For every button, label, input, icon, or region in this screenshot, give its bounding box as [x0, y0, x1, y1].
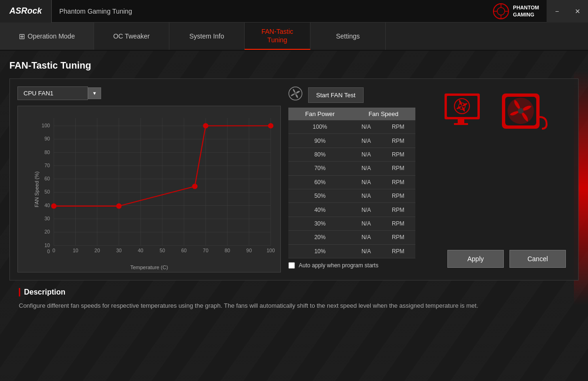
fan-unit-icon — [500, 91, 551, 133]
table-row: 40% N/A RPM — [288, 203, 415, 217]
description-title: Description — [19, 288, 569, 296]
app-title: Phantom Gaming Tuning — [59, 8, 493, 15]
nav-fan-tastic[interactable]: FAN-TasticTuning — [245, 23, 310, 50]
fan-tuning-panel: CPU FAN1 CPU FAN2 CHA FAN1 CHA FAN2 ▼ FA… — [9, 78, 579, 280]
svg-text:40: 40 — [44, 203, 50, 208]
phantom-branding: PHANTOM GAMING — [493, 3, 539, 20]
svg-text:30: 30 — [44, 216, 50, 221]
fan-power-cell: 80% — [288, 148, 351, 161]
minimize-button[interactable]: − — [547, 0, 567, 23]
fan-speed-cell: N/A — [351, 175, 381, 189]
nav-system-info[interactable]: System Info — [169, 23, 245, 50]
nav-settings[interactable]: Settings — [310, 23, 386, 50]
dropdown-arrow-icon[interactable]: ▼ — [88, 87, 101, 99]
phantom-logo-icon — [493, 3, 509, 20]
description-section: Description Configure different fan spee… — [9, 280, 579, 319]
fan-power-cell: 100% — [288, 120, 351, 134]
svg-point-1 — [497, 8, 505, 15]
table-row: 50% N/A RPM — [288, 189, 415, 202]
fan-unit-cell: RPM — [381, 203, 415, 217]
svg-rect-61 — [454, 123, 468, 125]
auto-apply-row: Auto apply when program starts — [288, 258, 415, 272]
nav-label-settings: Settings — [336, 32, 360, 40]
auto-apply-checkbox[interactable] — [288, 262, 295, 269]
nav-oc-tweaker[interactable]: OC Tweaker — [94, 23, 169, 50]
description-text: Configure different fan speeds for respe… — [19, 301, 569, 311]
fan-spin-icon — [288, 86, 302, 104]
svg-text:10: 10 — [73, 248, 79, 253]
fan-unit-cell: RPM — [381, 217, 415, 230]
fan-power-cell: 20% — [288, 231, 351, 244]
table-header-fan-power: Fan Power — [288, 108, 351, 120]
fan-test-bar: Start FAN Test — [288, 86, 415, 104]
fan-speed-cell: N/A — [351, 189, 381, 202]
window-controls: − ✕ — [547, 0, 588, 23]
fan-selector-row: CPU FAN1 CPU FAN2 CHA FAN1 CHA FAN2 ▼ — [17, 86, 281, 100]
fan-images-area — [437, 86, 556, 138]
nav-label-operation-mode: Operation Mode — [28, 32, 75, 40]
fan-selector-dropdown[interactable]: CPU FAN1 CPU FAN2 CHA FAN1 CHA FAN2 — [17, 86, 88, 100]
fan-power-cell: 30% — [288, 217, 351, 230]
chart-x-axis-label: Temperature (C) — [130, 264, 168, 270]
phantom-text: PHANTOM GAMING — [513, 4, 539, 18]
table-row: 80% N/A RPM — [288, 148, 415, 161]
table-row: 90% N/A RPM — [288, 134, 415, 148]
close-button[interactable]: ✕ — [567, 0, 588, 23]
fan-power-cell: 40% — [288, 203, 351, 217]
svg-text:100: 100 — [267, 248, 275, 253]
monitor-fan-icon — [442, 91, 494, 133]
svg-text:50: 50 — [44, 189, 50, 194]
svg-point-49 — [51, 203, 56, 208]
svg-text:10: 10 — [44, 243, 50, 248]
svg-text:80: 80 — [224, 248, 230, 253]
svg-text:60: 60 — [44, 176, 50, 181]
fan-unit-cell: RPM — [381, 148, 415, 161]
fan-power-cell: 90% — [288, 134, 351, 148]
svg-text:0: 0 — [47, 249, 50, 254]
main-content: FAN-Tastic Tuning CPU FAN1 CPU FAN2 CHA … — [0, 51, 588, 319]
asrock-brand: ASRock — [9, 6, 42, 16]
app-logo: ASRock — [0, 0, 52, 23]
right-section: Apply Cancel — [423, 86, 571, 272]
apply-button[interactable]: Apply — [447, 250, 504, 268]
fan-unit-cell: RPM — [381, 175, 415, 189]
auto-apply-label[interactable]: Auto apply when program starts — [299, 262, 378, 269]
fan-speed-cell: N/A — [351, 203, 381, 217]
svg-point-53 — [268, 124, 273, 128]
fan-power-cell: 50% — [288, 189, 351, 202]
fan-power-cell: 10% — [288, 244, 351, 258]
fan-speed-cell: N/A — [351, 162, 381, 175]
nav-operation-mode[interactable]: ⊞ Operation Mode — [0, 23, 94, 50]
start-fan-test-button[interactable]: Start FAN Test — [308, 87, 364, 103]
fan-unit-cell: RPM — [381, 134, 415, 148]
svg-text:40: 40 — [138, 248, 143, 253]
table-row: 30% N/A RPM — [288, 217, 415, 230]
fan-speed-cell: N/A — [351, 120, 381, 134]
navbar: ⊞ Operation Mode OC Tweaker System Info … — [0, 23, 588, 51]
svg-text:90: 90 — [246, 248, 252, 253]
nav-label-system-info: System Info — [190, 32, 224, 40]
cancel-button[interactable]: Cancel — [509, 250, 566, 268]
svg-text:50: 50 — [159, 248, 165, 253]
fan-speed-cell: N/A — [351, 244, 381, 258]
chart-section: CPU FAN1 CPU FAN2 CHA FAN1 CHA FAN2 ▼ FA… — [17, 86, 281, 272]
svg-text:0: 0 — [53, 248, 56, 253]
fan-speed-cell: N/A — [351, 217, 381, 230]
svg-point-51 — [192, 184, 197, 188]
table-header-fan-speed: Fan Speed — [351, 108, 415, 120]
fan-curve-chart[interactable]: FAN Speed (%) Temperature (C) — [17, 106, 281, 272]
svg-point-55 — [294, 92, 297, 95]
svg-point-65 — [518, 108, 524, 114]
nav-label-fan-tastic: FAN-TasticTuning — [262, 27, 294, 44]
fan-test-section: Start FAN Test Fan Power Fan Speed 100% … — [288, 86, 415, 272]
chart-y-axis-label: FAN Speed (%) — [34, 171, 40, 207]
svg-text:20: 20 — [44, 229, 50, 234]
fan-unit-cell: RPM — [381, 231, 415, 244]
fan-power-cell: 60% — [288, 175, 351, 189]
page-title: FAN-Tastic Tuning — [9, 60, 579, 71]
fan-speed-cell: N/A — [351, 134, 381, 148]
fan-speed-cell: N/A — [351, 231, 381, 244]
fan-speed-table: Fan Power Fan Speed 100% N/A RPM 90% N/A… — [288, 108, 415, 258]
titlebar: ASRock Phantom Gaming Tuning PHANTOM GAM… — [0, 0, 588, 23]
table-row: 20% N/A RPM — [288, 231, 415, 244]
